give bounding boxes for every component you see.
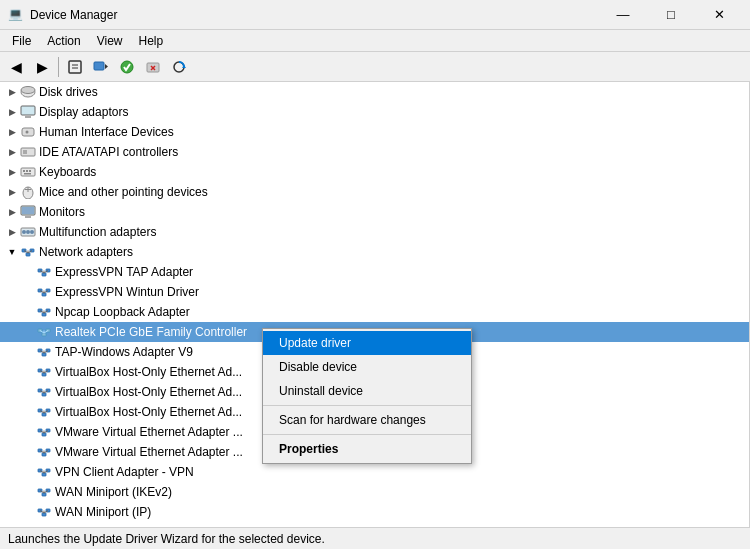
svg-rect-14 xyxy=(25,116,31,118)
npcap-label: Npcap Loopback Adapter xyxy=(55,305,190,319)
adapter-icon xyxy=(36,404,52,420)
tree-item-network-adapters[interactable]: ▼ Network adapters xyxy=(0,242,749,262)
ide-label: IDE ATA/ATAPI controllers xyxy=(39,145,178,159)
tree-item-wan-ipv6[interactable]: WAN Miniport (IPv6) xyxy=(0,522,749,527)
ctx-uninstall-device[interactable]: Uninstall device xyxy=(263,379,471,403)
svg-point-32 xyxy=(26,230,30,234)
ctx-separator-1 xyxy=(263,405,471,406)
maximize-button[interactable]: □ xyxy=(648,4,694,26)
keyboards-label: Keyboards xyxy=(39,165,96,179)
hid-label: Human Interface Devices xyxy=(39,125,174,139)
svg-rect-72 xyxy=(42,373,46,376)
svg-rect-90 xyxy=(42,433,46,436)
expand-arrow: ▶ xyxy=(4,144,20,160)
display-adaptors-label: Display adaptors xyxy=(39,105,128,119)
ide-icon xyxy=(20,144,36,160)
network-adapters-label: Network adapters xyxy=(39,245,133,259)
disk-drives-icon xyxy=(20,84,36,100)
expressvpn-tap-label: ExpressVPN TAP Adapter xyxy=(55,265,193,279)
tree-item-wan-ip[interactable]: WAN Miniport (IP) xyxy=(0,502,749,522)
ctx-properties[interactable]: Properties xyxy=(263,437,471,461)
svg-rect-66 xyxy=(42,353,46,356)
uninstall-button[interactable] xyxy=(141,55,165,79)
network-icon xyxy=(20,244,36,260)
tree-item-display-adaptors[interactable]: ▶ Display adaptors xyxy=(0,102,749,122)
vbox3-label: VirtualBox Host-Only Ethernet Ad... xyxy=(55,405,242,419)
wan-ikev2-label: WAN Miniport (IKEv2) xyxy=(55,485,172,499)
svg-point-33 xyxy=(30,230,34,234)
tree-item-keyboards[interactable]: ▶ Keyboards xyxy=(0,162,749,182)
tap-windows-label: TAP-Windows Adapter V9 xyxy=(55,345,193,359)
tree-item-monitors[interactable]: ▶ Monitors xyxy=(0,202,749,222)
ctx-update-driver[interactable]: Update driver xyxy=(263,331,471,355)
svg-rect-78 xyxy=(42,393,46,396)
svg-rect-0 xyxy=(69,61,81,73)
menu-file[interactable]: File xyxy=(4,32,39,50)
tree-item-wan-ikev2[interactable]: WAN Miniport (IKEv2) xyxy=(0,482,749,502)
update-driver-button[interactable] xyxy=(89,55,113,79)
adapter-icon xyxy=(36,344,52,360)
menu-help[interactable]: Help xyxy=(131,32,172,50)
close-button[interactable]: ✕ xyxy=(696,4,742,26)
svg-rect-54 xyxy=(42,313,46,316)
disk-drives-label: Disk drives xyxy=(39,85,98,99)
expand-arrow: ▶ xyxy=(4,184,20,200)
vbox2-label: VirtualBox Host-Only Ethernet Ad... xyxy=(55,385,242,399)
svg-point-12 xyxy=(21,87,35,94)
tree-item-npcap[interactable]: Npcap Loopback Adapter xyxy=(0,302,749,322)
svg-marker-10 xyxy=(182,65,186,68)
svg-rect-114 xyxy=(42,513,46,516)
menu-action[interactable]: Action xyxy=(39,32,88,50)
adapter-icon xyxy=(36,504,52,520)
tree-item-expressvpn-wintun[interactable]: ExpressVPN Wintun Driver xyxy=(0,282,749,302)
ctx-disable-device[interactable]: Disable device xyxy=(263,355,471,379)
tree-item-hid[interactable]: ▶ Human Interface Devices xyxy=(0,122,749,142)
realtek-label: Realtek PCIe GbE Family Controller xyxy=(55,325,247,339)
multifunction-label: Multifunction adapters xyxy=(39,225,156,239)
tree-item-expressvpn-tap[interactable]: ExpressVPN TAP Adapter xyxy=(0,262,749,282)
expand-arrow: ▶ xyxy=(4,164,20,180)
adapter-icon xyxy=(36,424,52,440)
enable-button[interactable] xyxy=(115,55,139,79)
hid-icon xyxy=(20,124,36,140)
tree-item-disk-drives[interactable]: ▶ Disk drives xyxy=(0,82,749,102)
minimize-button[interactable]: — xyxy=(600,4,646,26)
tree-item-multifunction[interactable]: ▶ Multifunction adapters xyxy=(0,222,749,242)
svg-rect-102 xyxy=(42,473,46,476)
properties-button[interactable] xyxy=(63,55,87,79)
svg-rect-60 xyxy=(42,333,46,336)
adapter-icon xyxy=(36,364,52,380)
adapter-icon xyxy=(36,264,52,280)
svg-point-31 xyxy=(22,230,26,234)
adapter-icon xyxy=(36,484,52,500)
toolbar-separator-1 xyxy=(58,57,59,77)
svg-rect-36 xyxy=(26,253,30,256)
tree-item-vpn-client[interactable]: VPN Client Adapter - VPN xyxy=(0,462,749,482)
svg-point-16 xyxy=(26,131,29,134)
expand-arrow: ▼ xyxy=(4,244,20,260)
app-title: Device Manager xyxy=(30,8,117,22)
adapter-icon xyxy=(36,324,52,340)
context-menu: Update driver Disable device Uninstall d… xyxy=(262,328,472,464)
svg-rect-96 xyxy=(42,453,46,456)
device-tree[interactable]: ▶ Disk drives ▶ Display adaptors ▶ Human… xyxy=(0,82,750,527)
scan-button[interactable] xyxy=(167,55,191,79)
menu-bar: File Action View Help xyxy=(0,30,750,52)
monitors-icon xyxy=(20,204,36,220)
wan-ip-label: WAN Miniport (IP) xyxy=(55,505,151,519)
back-button[interactable]: ◀ xyxy=(4,55,28,79)
expand-arrow: ▶ xyxy=(4,84,20,100)
adapter-icon xyxy=(36,444,52,460)
tree-item-mice[interactable]: ▶ Mice and other pointing devices xyxy=(0,182,749,202)
expand-arrow: ▶ xyxy=(4,124,20,140)
forward-button[interactable]: ▶ xyxy=(30,55,54,79)
keyboard-icon xyxy=(20,164,36,180)
menu-view[interactable]: View xyxy=(89,32,131,50)
ctx-scan-hardware[interactable]: Scan for hardware changes xyxy=(263,408,471,432)
svg-rect-18 xyxy=(23,150,27,154)
mice-icon xyxy=(20,184,36,200)
tree-item-ide[interactable]: ▶ IDE ATA/ATAPI controllers xyxy=(0,142,749,162)
svg-rect-23 xyxy=(24,173,31,175)
expand-arrow: ▶ xyxy=(4,104,20,120)
adapter-icon xyxy=(36,524,52,527)
